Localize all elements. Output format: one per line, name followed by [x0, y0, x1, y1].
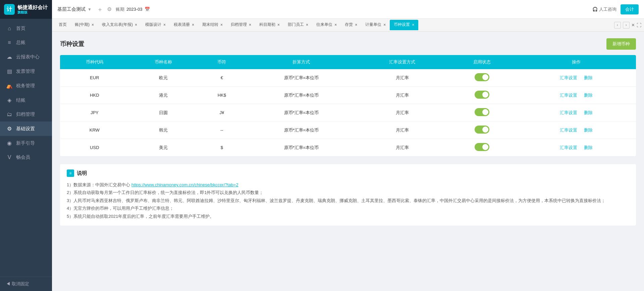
- tab-close-icon[interactable]: ×: [277, 23, 280, 27]
- calendar-icon[interactable]: 📅: [145, 7, 150, 12]
- tab-close-all-button[interactable]: ×: [632, 22, 635, 28]
- sidebar-nav: ⌂ 首页 ≡ 总账 ☁ 云报表中心 ▤ 发票管理 ⛺ 税务管理 ◈ 结账 🗂 归…: [0, 19, 52, 277]
- status-toggle[interactable]: [475, 91, 489, 99]
- sidebar-item-guide[interactable]: ◉ 新手引导: [0, 136, 52, 150]
- tab-maximize-button[interactable]: ⛶: [637, 22, 641, 28]
- cell-calc: 原币*汇率=本位币: [246, 69, 357, 87]
- rate-setting-link[interactable]: 汇率设置: [560, 75, 577, 80]
- add-currency-button[interactable]: 新增币种: [606, 38, 636, 50]
- delete-link[interactable]: 删除: [584, 128, 593, 133]
- tab-prev-button[interactable]: ‹: [614, 22, 621, 29]
- unpin-button[interactable]: ◀ 取消固定: [0, 277, 52, 291]
- sidebar-item-cloud-report[interactable]: ☁ 云报表中心: [0, 50, 52, 64]
- cell-code: HKD: [60, 87, 129, 104]
- notes-icon: ≡: [67, 169, 74, 177]
- table-header-row: 币种代码 币种名称 币符 折算方式 汇率设置方式 启用状态 操作: [60, 55, 636, 69]
- cell-code: USD: [60, 139, 129, 156]
- page-title: 币种设置: [60, 40, 84, 48]
- rate-setting-link[interactable]: 汇率设置: [560, 110, 577, 115]
- tab-bar: 首页 账(中期) × 收入支出表(年报) × 模版设计 × 税表清册 × 期末结…: [52, 19, 644, 32]
- delete-link[interactable]: 删除: [584, 75, 593, 80]
- status-toggle[interactable]: [475, 143, 489, 151]
- company-name: 基层工会测试: [57, 6, 86, 12]
- tab-close-icon[interactable]: ×: [306, 23, 308, 27]
- tab-period[interactable]: 账(中期) ×: [71, 20, 98, 30]
- china-money-link[interactable]: https://www.chinamoney.com.cn/chinese/bk…: [131, 182, 238, 187]
- table-row: EUR 欧元 € 原币*汇率=本位币 月汇率 汇率设置 删除: [60, 69, 636, 87]
- tab-close-icon[interactable]: ×: [334, 23, 337, 27]
- tab-template[interactable]: 模版设计 ×: [141, 20, 170, 30]
- add-tab-button[interactable]: ＋: [97, 5, 103, 13]
- sidebar-item-member[interactable]: V 畅会员: [0, 150, 52, 164]
- tab-archive[interactable]: 归档管理 ×: [227, 20, 255, 30]
- tab-close-icon[interactable]: ×: [220, 23, 223, 27]
- sidebar-item-ledger[interactable]: ≡ 总账: [0, 36, 52, 50]
- tab-currency[interactable]: 币种设置 ×: [390, 20, 418, 30]
- workspace-settings-icon[interactable]: ⚙: [107, 6, 112, 12]
- note-item: 3）人民币对马来西亚林吉特、俄罗斯卢布、南非兰特、韩元、阿联酋迪拉姆、沙特里亚尔…: [67, 197, 629, 204]
- col-rate-type: 汇率设置方式: [357, 55, 447, 69]
- user-role-button[interactable]: 会计: [621, 4, 639, 14]
- table-row: JPY 日圆 J¥ 原币*汇率=本位币 月汇率 汇率设置 删除: [60, 104, 636, 122]
- cell-symbol: J¥: [198, 104, 246, 122]
- support-button[interactable]: 🎧 人工咨询: [592, 6, 616, 12]
- cell-symbol: $: [198, 139, 246, 156]
- note-item: 4）无官方牌价的币种，可以用用户手工维护汇率信息；: [67, 204, 629, 212]
- tax-icon: ⛺: [6, 83, 13, 89]
- status-toggle[interactable]: [475, 126, 489, 134]
- tab-close-icon[interactable]: ×: [249, 23, 251, 27]
- tab-department[interactable]: 部门员工 ×: [284, 20, 312, 30]
- tab-contacts[interactable]: 往来单位 ×: [312, 20, 341, 30]
- sidebar-item-checkout[interactable]: ◈ 结账: [0, 93, 52, 107]
- tab-close-icon[interactable]: ×: [135, 23, 137, 27]
- sidebar-item-invoice[interactable]: ▤ 发票管理: [0, 64, 52, 79]
- delete-link[interactable]: 删除: [584, 110, 593, 115]
- tab-close-icon[interactable]: ×: [192, 23, 194, 27]
- tab-close-icon[interactable]: ×: [163, 23, 166, 27]
- tab-close-icon[interactable]: ×: [412, 23, 414, 27]
- company-selector[interactable]: 基层工会测试 ▼: [57, 6, 92, 12]
- cell-actions: 汇率设置 删除: [516, 69, 636, 87]
- cell-status: [447, 87, 517, 104]
- member-icon: V: [6, 154, 13, 160]
- sidebar: 计 畅捷通好会计 旗舰版 ⌂ 首页 ≡ 总账 ☁ 云报表中心 ▤ 发票管理 ⛺ …: [0, 0, 52, 291]
- cell-calc: 原币*汇率=本位币: [246, 104, 357, 122]
- tab-measurement[interactable]: 计量单位 ×: [361, 20, 390, 30]
- tab-period-transfer[interactable]: 期末结转 ×: [198, 20, 227, 30]
- status-toggle[interactable]: [475, 73, 489, 81]
- cell-symbol: --: [198, 122, 246, 139]
- sidebar-item-archive[interactable]: 🗂 归档管理: [0, 107, 52, 122]
- cell-calc: 原币*汇率=本位币: [246, 122, 357, 139]
- tab-inventory[interactable]: 存货 ×: [341, 20, 361, 30]
- status-toggle[interactable]: [475, 108, 489, 116]
- period-display: 账期 2023-03 📅: [116, 6, 150, 12]
- sidebar-item-tax[interactable]: ⛺ 税务管理: [0, 79, 52, 93]
- table-row: KRW 韩元 -- 原币*汇率=本位币 月汇率 汇率设置 删除: [60, 122, 636, 139]
- cell-rate-type: 月汇率: [357, 139, 447, 156]
- tab-tax-table[interactable]: 税表清册 ×: [170, 20, 198, 30]
- sidebar-item-settings[interactable]: ⚙ 基础设置: [0, 122, 52, 136]
- sidebar-item-label: 税务管理: [16, 83, 35, 89]
- rate-setting-link[interactable]: 汇率设置: [560, 128, 577, 133]
- home-icon: ⌂: [6, 26, 13, 32]
- rate-setting-link[interactable]: 汇率设置: [560, 145, 577, 150]
- tab-subject-init[interactable]: 科目期初 ×: [255, 20, 284, 30]
- tab-controls: ‹ › × ⛶: [614, 22, 641, 29]
- tab-close-icon[interactable]: ×: [355, 23, 357, 27]
- sidebar-item-home[interactable]: ⌂ 首页: [0, 21, 52, 36]
- notes-list: 1）数据来源：中国外汇交易中心 https://www.chinamoney.c…: [67, 181, 629, 220]
- delete-link[interactable]: 删除: [584, 145, 593, 150]
- notes-section: ≡ 说明 1）数据来源：中国外汇交易中心 https://www.chinamo…: [60, 164, 636, 226]
- rate-setting-link[interactable]: 汇率设置: [560, 93, 577, 98]
- tab-close-icon[interactable]: ×: [383, 23, 386, 27]
- cell-name: 港元: [129, 87, 198, 104]
- support-label: 人工咨询: [599, 6, 616, 12]
- cell-name: 欧元: [129, 69, 198, 87]
- tab-income-report[interactable]: 收入支出表(年报) ×: [98, 20, 141, 30]
- tab-close-icon[interactable]: ×: [92, 23, 94, 27]
- tab-home[interactable]: 首页: [55, 20, 71, 30]
- delete-link[interactable]: 删除: [584, 93, 593, 98]
- tab-next-button[interactable]: ›: [623, 22, 630, 29]
- col-code: 币种代码: [60, 55, 129, 69]
- cell-rate-type: 月汇率: [357, 69, 447, 87]
